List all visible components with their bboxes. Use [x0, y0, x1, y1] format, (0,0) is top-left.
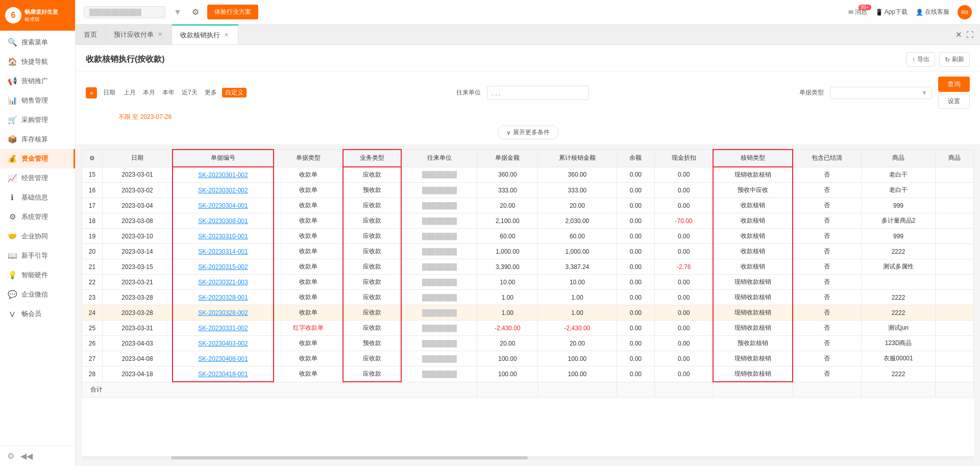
cell-bill-no: SK-20230308-001: [173, 213, 274, 229]
sidebar-item-quicknav[interactable]: 🏠 快捷导航: [0, 52, 75, 71]
bill-no-link[interactable]: SK-20230418-001: [198, 371, 248, 378]
sidebar-item-weixin[interactable]: 💬 企业微信: [0, 285, 75, 304]
tab-home[interactable]: 首页: [76, 24, 106, 44]
refresh-btn[interactable]: ↻ 刷新: [939, 52, 970, 67]
sidebar-item-marketing[interactable]: 📢 营销推广: [0, 71, 75, 91]
app-download-btn[interactable]: 📱 App下载: [875, 8, 908, 16]
cell-bill-no: SK-20230328-002: [173, 305, 274, 321]
industry-solution-btn[interactable]: 体验行业方案: [207, 5, 258, 19]
query-btn[interactable]: 查询: [938, 77, 970, 92]
cell-cancel-type: 收款核销: [713, 229, 793, 244]
bill-no-link[interactable]: SK-20230302-002: [198, 187, 248, 194]
cell-date: 2023-04-08: [103, 351, 173, 366]
bill-no-link[interactable]: SK-20230328-002: [198, 309, 248, 316]
cell-balance: 0.00: [617, 275, 655, 290]
date-more[interactable]: 更多: [203, 87, 219, 98]
topbar-settings-icon[interactable]: ⚙: [190, 5, 201, 19]
sidebar-item-hardware[interactable]: 💡 智能硬件: [0, 265, 75, 285]
sidebar-item-finance[interactable]: 💰 资金管理: [0, 149, 75, 168]
settings-bottom-icon[interactable]: ⚙: [7, 451, 14, 461]
online-service-btn[interactable]: 👤 在线客服: [916, 8, 949, 16]
cell-idx: 16: [82, 183, 103, 198]
chevron-down-icon: ∨: [506, 129, 511, 136]
bill-no-link[interactable]: SK-20230408-001: [198, 355, 248, 362]
bill-no-link[interactable]: SK-20230308-001: [198, 217, 248, 225]
filter-row-date-range: 不限 至 2023-07-26: [86, 113, 970, 121]
cell-date: 2023-03-10: [103, 229, 173, 244]
tab-close-1[interactable]: ✕: [157, 30, 163, 39]
bill-no-link[interactable]: SK-20230321-003: [198, 279, 248, 286]
sales-icon: 📊: [7, 96, 17, 105]
cell-cancel-type: 收款核销: [713, 198, 793, 213]
dropdown-icon[interactable]: ▼: [172, 8, 184, 17]
cell-bill-no: SK-20230304-001: [173, 198, 274, 213]
filter-expand-btn[interactable]: »: [86, 87, 97, 99]
date-this-year[interactable]: 本年: [160, 87, 177, 98]
bill-no-link[interactable]: SK-20230304-001: [198, 202, 248, 209]
sidebar-item-system[interactable]: ⚙ 系统管理: [0, 207, 75, 227]
cell-biz-type: 预收款: [343, 336, 401, 351]
expand-more-btn[interactable]: ∨ 展开更多条件: [498, 126, 558, 139]
tab-close-2[interactable]: ✕: [223, 31, 230, 39]
summary-cash-discount: [655, 382, 713, 398]
sidebar-item-basic[interactable]: ℹ 基础信息: [0, 188, 75, 207]
cell-biz-type: 应收款: [343, 259, 401, 275]
sidebar-item-search[interactable]: 🔍 搜索菜单: [0, 33, 75, 52]
cell-cancel-type: 现销收款核销: [713, 275, 793, 290]
bill-no-link[interactable]: SK-20230331-002: [198, 325, 248, 332]
cell-bill-type: 收款单: [274, 351, 343, 366]
table-wrapper[interactable]: ⚙ 日期 单据编号 单据类型 业务类型 往来单位 单据金额 累计核销金额 余额 …: [82, 149, 974, 456]
table-scrollbar[interactable]: [82, 456, 974, 460]
user-avatar[interactable]: Rit: [958, 5, 972, 19]
notification-btn[interactable]: ✉ 消息 99+: [848, 8, 867, 16]
cell-bill-no: SK-20230331-002: [173, 321, 274, 336]
date-prev-month[interactable]: 上月: [121, 87, 138, 98]
bill-no-link[interactable]: SK-20230315-002: [198, 263, 248, 271]
bill-no-link[interactable]: SK-20230403-002: [198, 340, 248, 347]
bill-no-link[interactable]: SK-20230328-001: [198, 294, 248, 301]
topbar: ████████████ ▼ ⚙ 体验行业方案 ✉ 消息 99+ 📱 App下载…: [76, 0, 980, 24]
cell-goods: 老白干: [861, 183, 935, 198]
sidebar-item-inventory[interactable]: 📦 库存核算: [0, 130, 75, 149]
cell-cash-discount: 0.00: [655, 305, 713, 321]
th-biz-type: 业务类型: [343, 150, 401, 167]
service-icon: 👤: [916, 9, 923, 16]
maximize-icon[interactable]: ⛶: [966, 30, 974, 39]
sidebar-item-sales[interactable]: 📊 销售管理: [0, 91, 75, 110]
cell-partner: ████████: [401, 198, 477, 213]
date-custom[interactable]: 自定义: [222, 88, 247, 97]
cell-date: 2023-03-31: [103, 321, 173, 336]
bill-no-link[interactable]: SK-20230310-001: [198, 233, 248, 240]
cell-cancel-type: 收款核销: [713, 213, 793, 229]
cell-biz-type: 应收款: [343, 213, 401, 229]
table-body: 15 2023-03-01 SK-20230301-002 收款单 应收款 ██…: [82, 167, 974, 382]
sidebar-item-vip[interactable]: V 畅会员: [0, 304, 75, 324]
export-btn[interactable]: ↑ 导出: [906, 52, 935, 67]
sidebar-item-operations[interactable]: 📈 经营管理: [0, 168, 75, 188]
cell-cumulative: 360.00: [538, 167, 617, 183]
tab-receivable[interactable]: 预计应收付单 ✕: [106, 24, 172, 44]
date-7days[interactable]: 近7天: [180, 87, 200, 98]
sidebar-item-collab[interactable]: 🤝 企业协同: [0, 227, 75, 246]
date-this-month[interactable]: 本月: [141, 87, 157, 98]
summary-amount: [477, 382, 538, 398]
close-tab-icon[interactable]: ✕: [955, 30, 962, 39]
tab-payment-cancel[interactable]: 收款核销执行 ✕: [172, 24, 238, 44]
summary-label: 合计: [82, 382, 477, 398]
cell-include-settled: 否: [793, 213, 861, 229]
cell-amount: 20.00: [477, 198, 538, 213]
cell-idx: 28: [82, 366, 103, 382]
summary-include-settled: [793, 382, 861, 398]
partner-select[interactable]: ...: [487, 86, 589, 100]
sidebar-item-guide[interactable]: 📖 新手引导: [0, 246, 75, 265]
cell-goods: 999: [861, 229, 935, 244]
scrollbar-thumb[interactable]: [171, 456, 528, 459]
bill-no-link[interactable]: SK-20230301-002: [198, 171, 248, 179]
collapse-icon[interactable]: ◀◀: [20, 451, 33, 461]
cell-balance: 0.00: [617, 259, 655, 275]
filter-settings-btn[interactable]: 设置: [938, 94, 970, 109]
bill-type-select[interactable]: ▼: [830, 87, 932, 99]
bill-no-link[interactable]: SK-20230314-001: [198, 248, 248, 255]
sidebar-item-purchase[interactable]: 🛒 采购管理: [0, 110, 75, 130]
cell-bill-type: 收款单: [274, 198, 343, 213]
